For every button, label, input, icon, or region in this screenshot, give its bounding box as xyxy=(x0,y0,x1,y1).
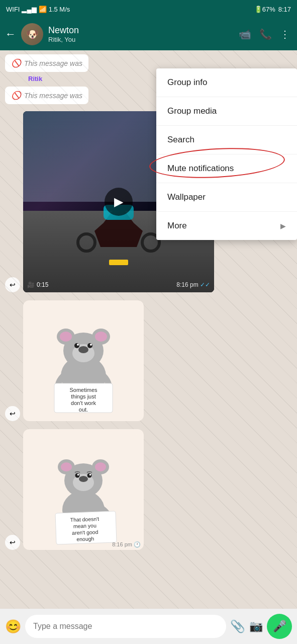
chat-subtitle: Ritik, You xyxy=(48,36,232,43)
video-call-icon[interactable]: 📹 xyxy=(237,26,253,42)
chat-header: ← 🐶 Newton Ritik, You 📹 📞 ⋮ xyxy=(0,18,297,50)
wallpaper-label: Wallpaper xyxy=(167,192,206,202)
mute-notifications-label: Mute notifications xyxy=(167,164,234,174)
more-label: More xyxy=(167,221,187,231)
chat-name: Newton xyxy=(48,25,232,36)
menu-item-mute-notifications[interactable]: Mute notifications xyxy=(156,154,297,183)
status-left: WIFI ▂▄▆ 📶 1.5 M/s xyxy=(6,6,70,13)
header-info[interactable]: Newton Ritik, You xyxy=(48,25,232,43)
chevron-right-icon: ▶ xyxy=(280,222,286,230)
avatar-image: 🐶 xyxy=(21,23,43,45)
dropdown-menu: Group info Group media Search Mute notif… xyxy=(156,68,297,240)
call-icon[interactable]: 📞 xyxy=(257,26,274,42)
message-input[interactable] xyxy=(25,615,226,638)
carrier-label: WIFI xyxy=(6,6,20,13)
mic-icon: 🎤 xyxy=(273,620,286,633)
wifi-icon: 📶 xyxy=(39,6,47,13)
dropdown-overlay[interactable]: Group info Group media Search Mute notif… xyxy=(0,50,297,609)
menu-item-group-media[interactable]: Group media xyxy=(156,97,297,126)
attach-button[interactable]: 📎 xyxy=(230,619,245,633)
status-right: 🔋67% 8:17 xyxy=(254,6,291,13)
group-media-label: Group media xyxy=(167,106,217,116)
chat-area: 🚫 This message was Ritik 🚫 This message … xyxy=(0,50,297,609)
more-options-icon[interactable]: ⋮ xyxy=(278,26,292,42)
menu-item-search[interactable]: Search xyxy=(156,126,297,154)
time-label: 8:17 xyxy=(278,6,291,13)
menu-item-more[interactable]: More ▶ xyxy=(156,212,297,240)
avatar-emoji: 🐶 xyxy=(26,28,39,40)
battery-label: 🔋67% xyxy=(254,6,275,13)
back-button[interactable]: ← xyxy=(5,28,16,41)
header-icons: 📹 📞 ⋮ xyxy=(237,26,292,42)
emoji-button[interactable]: 😊 xyxy=(5,619,21,634)
status-bar: WIFI ▂▄▆ 📶 1.5 M/s 🔋67% 8:17 xyxy=(0,0,297,18)
input-bar: 😊 📎 📷 🎤 xyxy=(0,609,297,644)
camera-button[interactable]: 📷 xyxy=(249,620,263,633)
menu-item-wallpaper[interactable]: Wallpaper xyxy=(156,183,297,212)
data-speed: 1.5 M/s xyxy=(49,6,70,13)
avatar[interactable]: 🐶 xyxy=(21,23,43,45)
group-info-label: Group info xyxy=(167,77,207,88)
search-label: Search xyxy=(167,135,194,145)
mic-button[interactable]: 🎤 xyxy=(267,614,292,639)
signal-bars: ▂▄▆ xyxy=(22,6,36,13)
menu-item-group-info[interactable]: Group info xyxy=(156,68,297,97)
